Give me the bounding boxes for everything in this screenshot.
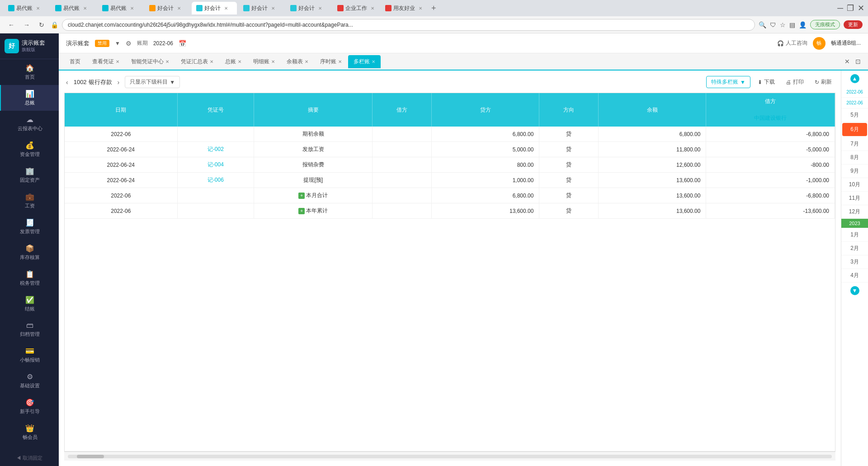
shield-icon[interactable]: 🛡 xyxy=(770,21,776,28)
no-trace-button[interactable]: 无痕模式 xyxy=(810,20,840,29)
calendar-icon[interactable]: 📅 xyxy=(179,40,186,47)
tab-close-6[interactable]: ✕ xyxy=(271,6,275,11)
tab-yidaizhang-1[interactable]: 易代账 ✕ xyxy=(4,2,49,14)
page-tab-sequence[interactable]: 序时账 ✕ xyxy=(315,55,347,68)
page-tab-smart[interactable]: 智能凭证中心 ✕ xyxy=(126,55,175,68)
tab-close-4[interactable]: ✕ xyxy=(177,6,181,11)
sidebar-item-fixed-assets[interactable]: 🏢 固定资产 xyxy=(0,162,59,188)
calendar-month-item[interactable]: 10月 xyxy=(841,178,868,192)
calendar-month-active[interactable]: 6月 xyxy=(842,123,867,137)
page-tab-voucher[interactable]: 查看凭证 ✕ xyxy=(87,55,125,68)
close-tab-icon[interactable]: ✕ xyxy=(843,57,852,66)
tab-close-7[interactable]: ✕ xyxy=(318,6,322,11)
pin-sidebar-button[interactable]: ◀ 取消固定 xyxy=(0,450,59,466)
filter-button[interactable]: 只显示下级科目 ▼ xyxy=(125,76,180,88)
page-tab-general-close[interactable]: ✕ xyxy=(238,59,241,64)
page-tab-sequence-close[interactable]: ✕ xyxy=(338,59,342,64)
page-tab-detail-close[interactable]: ✕ xyxy=(271,59,275,64)
prev-account-button[interactable]: ‹ xyxy=(64,78,70,87)
account-dropdown-icon[interactable]: ▼ xyxy=(115,40,120,47)
account-settings-icon[interactable]: ⚙ xyxy=(126,40,132,47)
expand-tab-icon[interactable]: ⊡ xyxy=(854,57,863,66)
sidebar-item-inventory[interactable]: 📦 库存核算 xyxy=(0,240,59,265)
tab-yidaizhang-2[interactable]: 易代账 ✕ xyxy=(51,2,96,14)
sidebar-toggle-icon[interactable]: ▤ xyxy=(789,21,795,28)
close-button[interactable]: ✕ xyxy=(858,3,864,13)
tab-yonyou[interactable]: 用友好业 ✕ xyxy=(381,2,427,14)
calendar-nav-down[interactable]: ▼ xyxy=(841,282,868,299)
search-browser-icon[interactable]: 🔍 xyxy=(759,21,766,28)
calendar-month-item[interactable]: 12月 xyxy=(841,205,868,219)
sidebar-item-home[interactable]: 🏠 首页 xyxy=(0,59,59,85)
page-tab-multi-close[interactable]: ✕ xyxy=(372,59,375,64)
sidebar-item-invoice[interactable]: 🧾 发票管理 xyxy=(0,214,59,240)
sidebar-item-tax[interactable]: 📋 税务管理 xyxy=(0,265,59,291)
tab-close-5[interactable]: ✕ xyxy=(224,6,228,11)
print-button[interactable]: 🖨 打印 xyxy=(782,76,807,88)
calendar-month-item[interactable]: 9月 xyxy=(841,165,868,178)
tab-haokuaiji-2[interactable]: 好会计 ✕ xyxy=(192,2,237,14)
calendar-month-item[interactable]: 7月 xyxy=(841,137,868,151)
cell-voucher[interactable]: 记-002 xyxy=(177,142,254,157)
restore-button[interactable]: ❐ xyxy=(847,3,854,13)
scroll-thumb[interactable] xyxy=(77,455,104,458)
tab-yidaizhang-3[interactable]: 易代账 ✕ xyxy=(98,2,143,14)
sidebar-item-settings[interactable]: ⚙ 基础设置 xyxy=(0,368,59,394)
tab-close-3[interactable]: ✕ xyxy=(130,6,134,11)
page-tab-multi[interactable]: 多栏账 ✕ xyxy=(348,55,381,68)
page-tab-summary[interactable]: 凭证汇总表 ✕ xyxy=(175,55,219,68)
tab-close-8[interactable]: ✕ xyxy=(371,6,374,11)
consult-button[interactable]: 🎧 人工咨询 xyxy=(777,39,807,47)
sidebar-item-reimbursement[interactable]: 💳 小畅报销 xyxy=(0,342,59,368)
page-tab-balance[interactable]: 余额表 ✕ xyxy=(281,55,314,68)
sidebar-item-ledger[interactable]: 📊 总账 xyxy=(0,85,59,111)
page-tab-home[interactable]: 首页 xyxy=(64,55,86,68)
tab-close-1[interactable]: ✕ xyxy=(36,6,40,11)
sidebar-item-archive[interactable]: 🗃 归档管理 xyxy=(0,317,59,342)
page-tab-general[interactable]: 总账 ✕ xyxy=(220,55,247,68)
update-button[interactable]: 更新 xyxy=(844,20,863,29)
back-button[interactable]: ← xyxy=(5,20,17,29)
download-button[interactable]: ⬇ 下载 xyxy=(754,76,778,88)
page-tab-voucher-close[interactable]: ✕ xyxy=(116,59,119,64)
calendar-month-item[interactable]: 11月 xyxy=(841,192,868,205)
bottom-scrollbar[interactable] xyxy=(64,452,835,461)
page-tab-smart-close[interactable]: ✕ xyxy=(165,59,169,64)
refresh-button-ledger[interactable]: ↻ 刷新 xyxy=(811,76,835,88)
calendar-month-item[interactable]: 1月 xyxy=(841,228,868,242)
page-tab-summary-close[interactable]: ✕ xyxy=(210,59,213,64)
forward-button[interactable]: → xyxy=(21,20,33,29)
sidebar-item-fund[interactable]: 💰 资金管理 xyxy=(0,137,59,162)
special-ledger-button[interactable]: 特殊多栏账 ▼ xyxy=(706,76,750,88)
tab-enterprise[interactable]: 企业工作 ✕ xyxy=(333,2,379,14)
nav-up-icon[interactable]: ▲ xyxy=(850,74,859,83)
tab-haokuaiji-1[interactable]: 好会计 ✕ xyxy=(145,2,190,14)
sidebar-item-close-period[interactable]: ✅ 结账 xyxy=(0,291,59,317)
tab-close-2[interactable]: ✕ xyxy=(83,6,87,11)
next-account-button[interactable]: › xyxy=(116,78,122,87)
sidebar-item-cloud-report[interactable]: ☁ 云报表中心 xyxy=(0,111,59,137)
star-icon[interactable]: ☆ xyxy=(780,21,786,28)
nav-down-icon[interactable]: ▼ xyxy=(850,286,859,295)
tab-close-9[interactable]: ✕ xyxy=(419,6,422,11)
page-tab-balance-close[interactable]: ✕ xyxy=(305,59,308,64)
url-input[interactable]: cloud2.chanjet.com/accounting/uh26t264j5… xyxy=(62,19,755,31)
new-tab-button[interactable]: + xyxy=(429,4,439,13)
calendar-month-item[interactable]: 2月 xyxy=(841,242,868,255)
cell-voucher[interactable]: 记-006 xyxy=(177,173,254,188)
tab-haokuaiji-4[interactable]: 好会计 ✕ xyxy=(286,2,331,14)
minimize-button[interactable]: ─ xyxy=(837,4,843,13)
period-value[interactable]: 2022-06 xyxy=(153,40,173,47)
cell-voucher[interactable]: 记-004 xyxy=(177,157,254,173)
calendar-month-item[interactable]: 5月 xyxy=(841,108,868,122)
refresh-button[interactable]: ↻ xyxy=(36,20,47,29)
sidebar-item-salary[interactable]: 💼 工资 xyxy=(0,188,59,214)
user-profile-icon[interactable]: 👤 xyxy=(799,21,807,28)
sidebar-item-guide[interactable]: 🎯 新手引导 xyxy=(0,394,59,419)
sidebar-item-vip[interactable]: 👑 畅会员 xyxy=(0,419,59,445)
scroll-track[interactable] xyxy=(68,455,832,458)
tab-haokuaiji-3[interactable]: 好会计 ✕ xyxy=(239,2,284,14)
calendar-month-item[interactable]: 4月 xyxy=(841,269,868,282)
calendar-month-item[interactable]: 3月 xyxy=(841,255,868,269)
calendar-nav-up[interactable]: ▲ xyxy=(841,71,868,87)
